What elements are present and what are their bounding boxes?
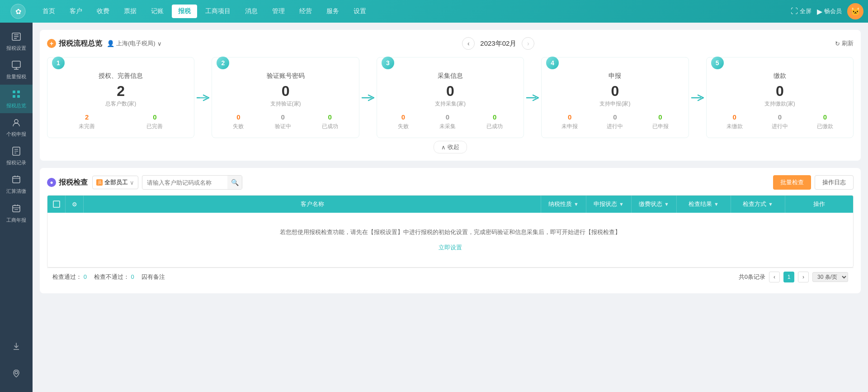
stat-label-unpaid-5: 未缴款	[726, 123, 743, 130]
last-page-btn[interactable]: ›	[798, 272, 809, 282]
stat-success-2: 0 已成功	[322, 113, 338, 130]
search-input[interactable]	[142, 177, 227, 189]
svg-rect-18	[13, 177, 20, 183]
employee-filter-icon: 员	[96, 179, 103, 186]
footer-right: 共0条记录 ‹ 1 › 30 条/页	[739, 272, 848, 282]
nav-fee[interactable]: 收费	[90, 5, 116, 18]
nav-message[interactable]: 消息	[239, 5, 264, 18]
operation-log-btn[interactable]: 操作日志	[815, 175, 854, 190]
th-filing-status[interactable]: 申报状态 ▼	[586, 196, 632, 213]
sidebar-item-tax-overview[interactable]: 报税总览	[0, 85, 33, 113]
download-icon	[12, 342, 21, 352]
nav-business[interactable]: 工商项目	[199, 5, 237, 18]
filter-icon-2: ▼	[619, 201, 624, 207]
batch-check-btn[interactable]: 批量检查	[773, 175, 811, 190]
sidebar-label-annual-report: 工商年报	[6, 217, 26, 223]
stat-label-success-3: 已成功	[486, 123, 503, 130]
stat-inprogress-5: 0 进行中	[772, 113, 788, 130]
stat-filed-4: 0 已申报	[652, 113, 669, 130]
nav-invoice[interactable]: 票据	[118, 5, 143, 18]
process-card-1: 1 授权、完善信息 2 总客户数(家) 2 未完善 0 已完善	[47, 57, 194, 138]
header-checkbox[interactable]	[53, 201, 60, 208]
main-content: + 报税流程总览 👤 上海(电子税局) ∨ ‹ 2023年02月 › ↻ 刷新	[33, 23, 868, 392]
arrow-2	[359, 93, 377, 102]
card-sub-4: 支持申报(家)	[547, 100, 683, 108]
sidebar-label-settlement: 汇算清缴	[6, 188, 26, 194]
prev-month-btn[interactable]: ‹	[462, 37, 475, 50]
stat-num-fail-3: 0	[401, 113, 405, 121]
sidebar-item-annual-report[interactable]: 工商年报	[0, 199, 33, 228]
sidebar-item-tax-record[interactable]: 报税记录	[0, 142, 33, 170]
sidebar-download[interactable]	[0, 333, 33, 360]
th-check-method[interactable]: 检查方式 ▼	[731, 196, 785, 213]
svg-text:✿: ✿	[15, 7, 21, 15]
check-section: ● 报税检查 员 全部员工 ∨ 🔍 批量检查 操作日志	[40, 168, 861, 293]
fullscreen-label: 全屏	[800, 7, 811, 15]
card-stats-1: 2 未完善 0 已完善	[53, 113, 189, 130]
card-main-num-1: 2	[53, 84, 189, 98]
sidebar-location[interactable]	[0, 360, 33, 387]
check-table: ⚙ 客户名称 纳税性质 ▼ 申报状态 ▼ 缴费状态 ▼ 检查	[47, 195, 854, 268]
nav-service[interactable]: 服务	[320, 5, 345, 18]
th-checkbox-col[interactable]	[47, 196, 66, 213]
stat-complete: 0 已完善	[146, 113, 163, 130]
nav-manage[interactable]: 管理	[266, 5, 291, 18]
page-1-btn[interactable]: 1	[783, 272, 794, 282]
process-card-3: 3 采集信息 0 支持采集(家) 0 失败 0 未采集 0 已成功	[377, 57, 524, 138]
step-badge-5: 5	[711, 57, 724, 69]
arrow-3	[524, 93, 541, 102]
overview-section: + 报税流程总览 👤 上海(电子税局) ∨ ‹ 2023年02月 › ↻ 刷新	[40, 30, 861, 161]
card-main-num-3: 0	[382, 84, 518, 98]
th-check-result[interactable]: 检查结果 ▼	[677, 196, 731, 213]
fail-count[interactable]: 0	[131, 273, 134, 280]
employee-filter[interactable]: 员 全部员工 ∨	[92, 176, 138, 189]
per-page-select[interactable]: 30 条/页	[812, 272, 848, 282]
check-header: ● 报税检查 员 全部员工 ∨ 🔍 批量检查 操作日志	[47, 175, 854, 190]
th-payment-status[interactable]: 缴费状态 ▼	[632, 196, 677, 213]
th-tax-nature[interactable]: 纳税性质 ▼	[541, 196, 586, 213]
card-main-num-2: 0	[217, 84, 353, 98]
tax-overview-icon	[11, 89, 21, 100]
pass-count[interactable]: 0	[84, 273, 87, 280]
collapse-icon: ∧	[441, 144, 446, 151]
process-card-5: 5 缴款 0 支持缴款(家) 0 未缴款 0 进行中 0 已缴款	[706, 57, 854, 138]
nav-operation[interactable]: 经营	[293, 5, 318, 18]
member-btn[interactable]: ▶ 畅会员	[817, 7, 842, 16]
svg-rect-11	[13, 95, 15, 98]
sidebar-item-tax-settings[interactable]: 报税设置	[0, 27, 33, 56]
th-client-name[interactable]: 客户名称	[84, 196, 541, 213]
nav-account[interactable]: 记账	[145, 5, 170, 18]
refresh-icon: ↻	[835, 40, 840, 47]
th-action: 操作	[785, 196, 853, 213]
fullscreen-btn[interactable]: ⛶ 全屏	[791, 7, 811, 15]
stat-inprogress-4: 0 进行中	[607, 113, 623, 130]
refresh-btn[interactable]: ↻ 刷新	[835, 39, 854, 48]
avatar[interactable]: 🐱	[847, 3, 863, 19]
search-button[interactable]: 🔍	[227, 176, 242, 189]
chevron-down-icon-filter: ∨	[130, 179, 134, 186]
svg-rect-22	[13, 206, 20, 212]
next-month-btn[interactable]: ›	[522, 37, 534, 50]
filter-row: 员 全部员工 ∨ 🔍	[92, 175, 242, 190]
sidebar-item-settlement[interactable]: 汇算清缴	[0, 170, 33, 199]
nav-home[interactable]: 首页	[36, 5, 61, 18]
nav-settings[interactable]: 设置	[347, 5, 373, 18]
sidebar-item-batch-tax[interactable]: 批量报税	[0, 56, 33, 84]
sidebar-label-personal-tax: 个税申报	[6, 131, 26, 137]
filter-icon-1: ▼	[574, 201, 579, 207]
nav-right: ⛶ 全屏 ▶ 畅会员 🐱	[791, 3, 863, 19]
sidebar-label-tax-overview: 报税总览	[6, 102, 26, 109]
collapse-btn[interactable]: ∧ 收起	[434, 141, 467, 153]
first-page-btn[interactable]: ‹	[769, 272, 780, 282]
sidebar-item-personal-tax[interactable]: 个税申报	[0, 113, 33, 142]
sidebar-bottom	[0, 333, 33, 392]
employee-filter-label: 全部员工	[104, 178, 128, 186]
nav-client[interactable]: 客户	[63, 5, 89, 18]
stat-num-inprogress-5: 0	[778, 113, 782, 121]
setup-link[interactable]: 立即设置	[439, 244, 462, 251]
stat-uncomplete: 2 未完善	[79, 113, 95, 130]
org-selector[interactable]: 👤 上海(电子税局) ∨	[107, 39, 162, 48]
stat-label-uncomplete: 未完善	[79, 123, 95, 130]
nav-tax[interactable]: 报税	[172, 5, 197, 18]
stat-unpaid-5: 0 未缴款	[726, 113, 743, 130]
